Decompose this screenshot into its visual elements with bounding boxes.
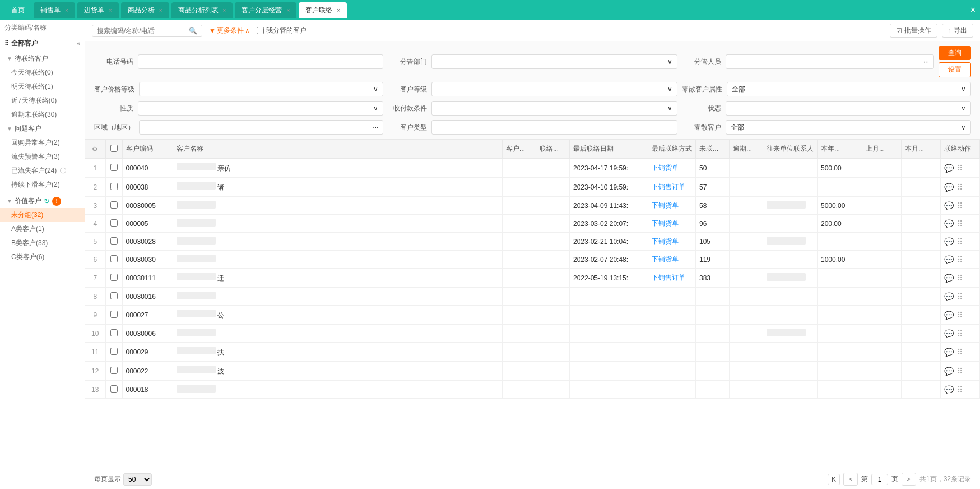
message-icon[interactable]: 💬 — [944, 329, 954, 338]
my-customers-check[interactable] — [257, 27, 264, 34]
th-contact[interactable]: 联络... — [536, 140, 570, 159]
message-icon[interactable]: 💬 — [944, 255, 954, 264]
tab-sales[interactable]: 销售单 × — [34, 2, 75, 18]
first-page-btn[interactable]: K — [828, 474, 840, 485]
row-checkbox[interactable] — [110, 329, 118, 336]
grid-action-icon[interactable]: ⠿ — [957, 348, 963, 357]
th-code[interactable]: 客户编码 — [122, 140, 173, 159]
search-icon[interactable]: 🔍 — [189, 27, 197, 35]
value-group-header[interactable]: ▼ 价值客户 ↻ ! — [0, 194, 85, 208]
grid-action-icon[interactable]: ⠿ — [957, 255, 963, 264]
row-checkbox[interactable] — [110, 274, 118, 281]
settings-icon[interactable]: ⚙ — [92, 145, 98, 153]
last-way-link[interactable]: 下销货单 — [652, 219, 679, 227]
sidebar-search-input[interactable] — [4, 24, 85, 31]
person-select[interactable]: ··· — [726, 54, 934, 69]
message-icon[interactable]: 💬 — [944, 274, 954, 283]
grid-action-icon[interactable]: ⠿ — [957, 183, 963, 192]
th-last-month[interactable]: 上月... — [862, 140, 902, 159]
grid-action-icon[interactable]: ⠿ — [957, 219, 963, 228]
th-settings[interactable]: ⚙ — [85, 140, 105, 159]
th-partner[interactable]: 往来单位联系人 — [763, 140, 818, 159]
tab-product-list[interactable]: 商品分析列表 × — [171, 2, 233, 18]
phone-input[interactable] — [138, 54, 383, 69]
cell-check[interactable] — [105, 325, 122, 343]
tab-customer-segment[interactable]: 客户分层经营 × — [235, 2, 296, 18]
sidebar-item-class-b[interactable]: B类客户(33) — [0, 236, 85, 250]
sidebar-item-ungroup[interactable]: 未分组(32) — [0, 208, 85, 222]
cell-check[interactable] — [105, 197, 122, 215]
dept-select[interactable]: ∨ — [431, 54, 677, 69]
th-not-contact[interactable]: 未联... — [696, 140, 730, 159]
cell-check[interactable] — [105, 381, 122, 399]
last-way-link[interactable]: 下销售订单 — [652, 183, 685, 191]
sidebar-item-class-c[interactable]: C类客户(6) — [0, 250, 85, 264]
page-input[interactable] — [871, 474, 888, 485]
sidebar-item-overdue-pending[interactable]: 逾期未联络(30) — [0, 108, 85, 122]
payment-select[interactable]: ∨ — [431, 101, 677, 116]
region-select[interactable]: ··· — [139, 120, 383, 135]
reset-btn[interactable]: 设置 — [939, 62, 971, 77]
message-icon[interactable]: 💬 — [944, 385, 954, 394]
sidebar-item-tomorrow-pending[interactable]: 明天待联络(1) — [0, 80, 85, 94]
row-checkbox[interactable] — [110, 348, 118, 355]
search-input[interactable] — [97, 27, 187, 35]
cell-check[interactable] — [105, 215, 122, 233]
th-this-month[interactable]: 本月... — [902, 140, 941, 159]
grid-action-icon[interactable]: ⠿ — [957, 201, 963, 210]
problem-group-header[interactable]: ▼ 问题客户 — [0, 122, 85, 136]
sidebar-item-7days-pending[interactable]: 近7天待联络(0) — [0, 94, 85, 108]
cell-check[interactable] — [105, 251, 122, 269]
pending-group-header[interactable]: ▼ 待联络客户 — [0, 52, 85, 66]
cell-check[interactable] — [105, 233, 122, 251]
cell-check[interactable] — [105, 269, 122, 288]
price-level-select[interactable]: ∨ — [139, 82, 383, 96]
row-checkbox[interactable] — [110, 367, 118, 374]
batch-btn[interactable]: ☑ 批量操作 — [890, 24, 937, 38]
close-customer-segment-tab[interactable]: × — [286, 7, 290, 13]
tab-customer-contact[interactable]: 客户联络 × — [299, 2, 347, 18]
tab-purchase[interactable]: 进货单 × — [77, 2, 119, 18]
export-btn[interactable]: ↑ 导出 — [942, 24, 973, 38]
close-sales-tab[interactable]: × — [65, 7, 68, 13]
th-type[interactable]: 客户... — [503, 140, 536, 159]
last-way-link[interactable]: 下销售订单 — [652, 274, 685, 282]
all-customers-header[interactable]: ⠿ 全部客户 « — [0, 35, 85, 52]
collapse-sidebar-icon[interactable]: « — [77, 40, 80, 47]
close-customer-contact-tab[interactable]: × — [337, 7, 340, 13]
customer-level-select[interactable]: ∨ — [431, 82, 677, 96]
message-icon[interactable]: 💬 — [944, 292, 954, 301]
th-last-way[interactable]: 最后联络方式 — [648, 140, 696, 159]
row-checkbox[interactable] — [110, 385, 118, 393]
row-checkbox[interactable] — [110, 219, 118, 227]
tab-product-analysis[interactable]: 商品分析 × — [121, 2, 169, 18]
message-icon[interactable]: 💬 — [944, 183, 954, 192]
customer-type-select[interactable] — [431, 120, 677, 135]
grid-action-icon[interactable]: ⠿ — [957, 292, 963, 301]
page-size-select[interactable]: 50 100 200 — [123, 473, 152, 486]
message-icon[interactable]: 💬 — [944, 237, 954, 246]
grid-action-icon[interactable]: ⠿ — [957, 164, 963, 173]
message-icon[interactable]: 💬 — [944, 367, 954, 376]
cell-check[interactable] — [105, 306, 122, 325]
grid-action-icon[interactable]: ⠿ — [957, 367, 963, 376]
prev-page-btn[interactable]: ＜ — [843, 473, 858, 486]
cell-check[interactable] — [105, 178, 122, 197]
message-icon[interactable]: 💬 — [944, 219, 954, 228]
message-icon[interactable]: 💬 — [944, 164, 954, 173]
grid-action-icon[interactable]: ⠿ — [957, 385, 963, 394]
row-checkbox[interactable] — [110, 201, 118, 209]
row-checkbox[interactable] — [110, 164, 118, 171]
th-check[interactable] — [105, 140, 122, 159]
grid-action-icon[interactable]: ⠿ — [957, 274, 963, 283]
th-this-year[interactable]: 本年... — [818, 140, 862, 159]
message-icon[interactable]: 💬 — [944, 348, 954, 357]
row-checkbox[interactable] — [110, 183, 118, 190]
my-customers-checkbox[interactable]: 我分管的客户 — [257, 26, 306, 35]
close-purchase-tab[interactable]: × — [109, 7, 112, 13]
select-all-checkbox[interactable] — [110, 145, 118, 152]
retail-customer-select[interactable]: 全部 ∨ — [726, 120, 971, 135]
th-overdue[interactable]: 逾期... — [730, 140, 763, 159]
cell-check[interactable] — [105, 288, 122, 306]
last-way-link[interactable]: 下销货单 — [652, 201, 679, 209]
